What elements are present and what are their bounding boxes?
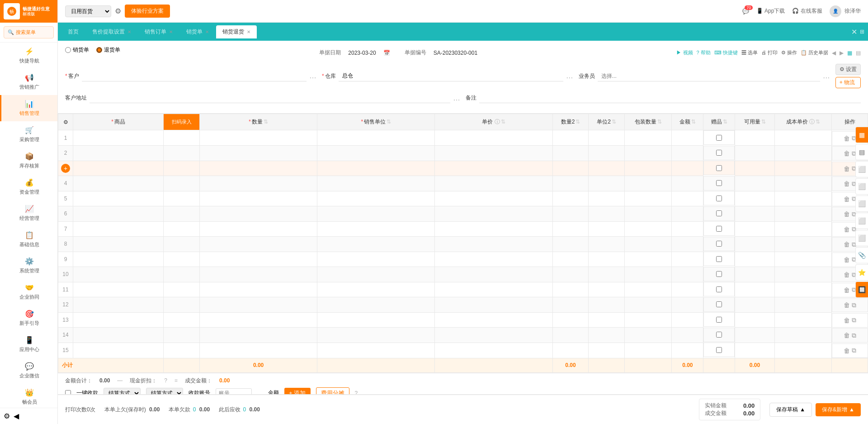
unit-input-4[interactable] xyxy=(320,180,432,187)
price-cell-9[interactable] xyxy=(435,252,552,267)
gift-checkbox-8[interactable] xyxy=(716,241,722,247)
product-input-10[interactable] xyxy=(76,271,160,278)
qty2-cell-5[interactable] xyxy=(552,191,589,206)
unit2-cell-8[interactable] xyxy=(589,237,625,252)
price-input-7[interactable] xyxy=(438,225,549,232)
radio-return[interactable]: 退货单 xyxy=(96,46,120,54)
amount-cell-10[interactable] xyxy=(672,267,703,282)
qty-input-12[interactable] xyxy=(203,301,314,308)
product-cell-2[interactable] xyxy=(73,146,164,161)
amount-cell-9[interactable] xyxy=(672,252,703,267)
unit-input-9[interactable] xyxy=(320,256,432,262)
unit-cell-3[interactable] xyxy=(317,161,435,176)
qty-cell-15[interactable] xyxy=(200,343,317,358)
price-input-2[interactable] xyxy=(438,150,549,157)
tab-sales-order-close[interactable]: ✕ xyxy=(169,29,173,34)
product-input-11[interactable] xyxy=(76,286,160,293)
qty-input-10[interactable] xyxy=(203,271,314,278)
delete-icon-3[interactable]: 🗑 xyxy=(844,165,850,172)
sidebar-item-apps[interactable]: 📱 应用中心 xyxy=(0,331,57,357)
price-cell-6[interactable] xyxy=(435,206,552,222)
price-info-icon[interactable]: ⓘ xyxy=(495,119,500,125)
pkg-cell-1[interactable] xyxy=(624,130,671,146)
gift-cell-13[interactable] xyxy=(703,312,735,327)
radio-sales[interactable]: 销货单 xyxy=(65,46,89,54)
price-cell-3[interactable] xyxy=(435,161,552,176)
prev-icon[interactable]: ◀ xyxy=(832,50,836,56)
salesperson-input[interactable] xyxy=(598,71,820,81)
product-cell-15[interactable] xyxy=(73,343,164,358)
qty2-cell-15[interactable] xyxy=(552,343,589,358)
unit2-cell-3[interactable] xyxy=(589,161,625,176)
product-cell-6[interactable] xyxy=(73,206,164,222)
sidebar-item-sales[interactable]: 📊 销售管理 xyxy=(0,95,57,121)
float-btn-1[interactable]: ▦ xyxy=(855,127,868,143)
product-input-5[interactable] xyxy=(76,195,160,202)
product-cell-14[interactable] xyxy=(73,328,164,343)
history-btn[interactable]: 📋 历史单据 xyxy=(801,49,828,56)
qty-cell-3[interactable] xyxy=(200,161,317,176)
unit-input-13[interactable] xyxy=(320,316,432,323)
print-btn[interactable]: 🖨 打印 xyxy=(761,49,778,56)
gift-cell-15[interactable] xyxy=(703,343,735,357)
delete-icon-14[interactable]: 🗑 xyxy=(844,332,850,339)
unit2-cell-4[interactable] xyxy=(589,176,625,191)
topbar-gear-icon[interactable]: ⚙ xyxy=(115,7,121,15)
industry-select[interactable]: 日用百货 xyxy=(65,5,111,17)
price-input-8[interactable] xyxy=(438,241,549,248)
gift-cell-9[interactable] xyxy=(703,252,735,266)
delete-icon-12[interactable]: 🗑 xyxy=(844,301,850,309)
gift-checkbox-9[interactable] xyxy=(716,256,722,262)
product-cell-7[interactable] xyxy=(73,221,164,237)
unit-input-5[interactable] xyxy=(320,195,432,202)
copy-icon-14[interactable]: ⧉ xyxy=(852,332,856,339)
qty2-cell-10[interactable] xyxy=(552,267,589,282)
settings-icon[interactable]: ⚙ xyxy=(63,119,68,125)
sidebar-item-finance[interactable]: 💰 资金管理 xyxy=(0,174,57,200)
unit2-cell-14[interactable] xyxy=(589,328,625,343)
warehouse-input[interactable] xyxy=(339,71,563,81)
sidebar-item-system[interactable]: ⚙️ 系统管理 xyxy=(0,252,57,279)
price-input-11[interactable] xyxy=(438,286,549,293)
price-input-5[interactable] xyxy=(438,195,549,202)
price-cell-15[interactable] xyxy=(435,343,552,358)
app-download-link[interactable]: 📱 App下载 xyxy=(756,7,785,15)
unit2-cell-1[interactable] xyxy=(589,130,625,146)
gift-checkbox-14[interactable] xyxy=(716,332,722,338)
collapse-icon[interactable]: ◀ xyxy=(14,412,19,420)
amount-sort-icon[interactable]: ⇅ xyxy=(691,119,696,125)
unit-cell-4[interactable] xyxy=(317,176,435,191)
qty-cell-11[interactable] xyxy=(200,282,317,297)
unit2-cell-2[interactable] xyxy=(589,146,625,161)
qty2-cell-11[interactable] xyxy=(552,282,589,297)
qty2-cell-6[interactable] xyxy=(552,206,589,222)
tab-sales-return[interactable]: 销货退货 ✕ xyxy=(216,25,257,38)
amount-cell-8[interactable] xyxy=(672,237,703,252)
qty-cell-14[interactable] xyxy=(200,328,317,343)
tab-sales-order[interactable]: 销售订单 ✕ xyxy=(138,25,179,38)
unit-cell-15[interactable] xyxy=(317,343,435,358)
calendar-icon[interactable]: 📅 xyxy=(383,50,390,56)
gift-cell-8[interactable] xyxy=(703,237,735,251)
product-cell-12[interactable] xyxy=(73,297,164,313)
unit2-cell-10[interactable] xyxy=(589,267,625,282)
add-payment-btn[interactable]: + 添加 xyxy=(284,388,311,395)
price-cell-10[interactable] xyxy=(435,267,552,282)
cost-info-icon[interactable]: ⓘ xyxy=(809,119,815,125)
delete-icon-8[interactable]: 🗑 xyxy=(844,241,850,248)
product-cell-8[interactable] xyxy=(73,237,164,252)
delete-icon-15[interactable]: 🗑 xyxy=(844,347,850,354)
copy-icon-15[interactable]: ⧉ xyxy=(852,347,856,354)
qty2-cell-9[interactable] xyxy=(552,252,589,267)
price-input-14[interactable] xyxy=(438,332,549,338)
qty-sort-icon[interactable]: ⇅ xyxy=(264,119,268,125)
sidebar-item-enterprise[interactable]: 🤝 企业协同 xyxy=(0,279,57,305)
gift-cell-11[interactable] xyxy=(703,282,735,296)
price-cell-7[interactable] xyxy=(435,221,552,237)
delete-icon-11[interactable]: 🗑 xyxy=(844,286,850,294)
gift-checkbox-5[interactable] xyxy=(716,195,722,201)
unit-input-14[interactable] xyxy=(320,332,432,338)
minus-btn[interactable]: — xyxy=(117,377,123,384)
product-input-2[interactable] xyxy=(76,150,160,157)
price-input-6[interactable] xyxy=(438,210,549,217)
